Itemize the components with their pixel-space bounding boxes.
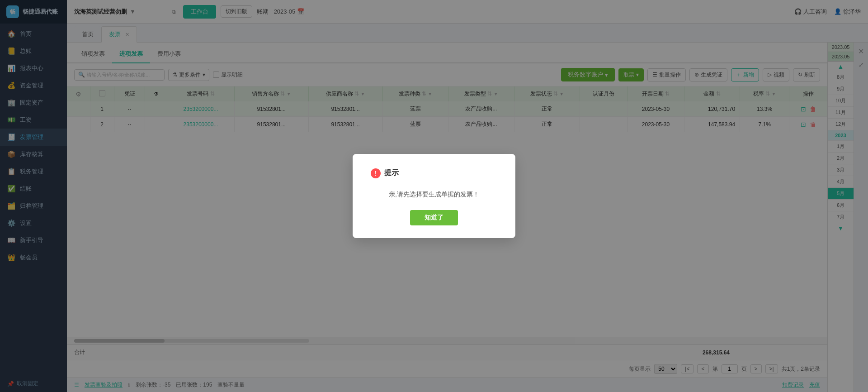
modal-title: ! 提示 [371,168,399,178]
modal-ok-button[interactable]: 知道了 [410,210,458,225]
modal-footer: 知道了 [371,210,497,225]
modal-dialog: ! 提示 亲,请先选择要生成单据的发票！ 知道了 [353,154,515,238]
modal-message: 亲,请先选择要生成单据的发票！ [389,191,479,198]
modal-overlay[interactable]: ! 提示 亲,请先选择要生成单据的发票！ 知道了 [0,0,868,392]
modal-title-text: 提示 [384,168,399,178]
modal-body: 亲,请先选择要生成单据的发票！ [389,186,479,203]
modal-warning-icon: ! [371,168,381,178]
